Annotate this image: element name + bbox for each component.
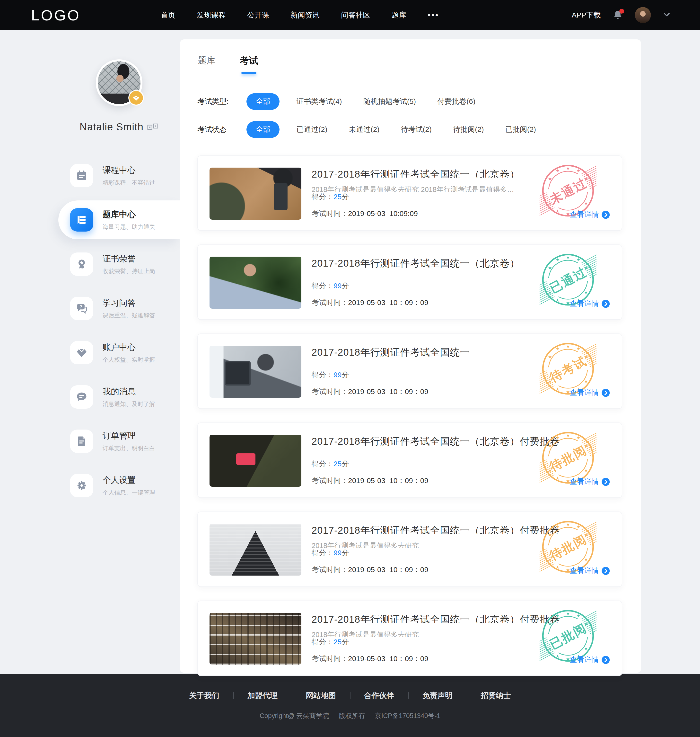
footer-link-partners[interactable]: 合作伙伴 xyxy=(364,691,394,700)
sidebar-item-subtitle: 海量习题、助力通关 xyxy=(103,223,155,231)
sidebar-item-certificates[interactable]: 证书荣誉 收获荣誉、持证上岗 xyxy=(58,245,180,284)
sidebar-item-subtitle: 精彩课程、不容错过 xyxy=(103,179,155,187)
message-bubble-icon xyxy=(70,385,93,408)
svg-text:★: ★ xyxy=(576,168,581,173)
sidebar-item-label: 课程中心 xyxy=(103,165,155,176)
footer-link-agency[interactable]: 加盟代理 xyxy=(247,691,278,700)
svg-text:★: ★ xyxy=(548,265,552,270)
nav-item-question-bank[interactable]: 题库 xyxy=(391,10,406,20)
exam-thumbnail[interactable] xyxy=(209,524,301,576)
arrow-right-circle-icon xyxy=(601,656,610,664)
exam-card: 2017-2018年行测证件考试全国统一（北京卷） 得分：99分 考试时间：20… xyxy=(197,245,622,320)
svg-text:★: ★ xyxy=(548,176,552,181)
nav-item-news[interactable]: 新闻资讯 xyxy=(290,10,320,20)
svg-text:★: ★ xyxy=(566,211,570,216)
view-details-link[interactable]: 查看详情 xyxy=(570,299,610,309)
exam-time: 2019-05-03 10：09：09 xyxy=(348,566,428,573)
svg-text:★: ★ xyxy=(584,646,588,651)
sidebar-item-personal-settings[interactable]: 个人设置 个人信息、一键管理 xyxy=(58,466,180,505)
tab-question-bank[interactable]: 题库 xyxy=(198,55,215,74)
nav-item-open-classes[interactable]: 公开课 xyxy=(247,10,269,20)
tabs: 题库 考试 xyxy=(197,55,622,74)
sidebar-menu: 课程中心 精彩课程、不容错过 题库中心 xyxy=(58,156,180,505)
view-details-link[interactable]: 查看详情 xyxy=(570,655,610,665)
view-details-link[interactable]: 查看详情 xyxy=(570,477,610,487)
exam-card: 2017-2018年行测证件考试全国统一 得分：99分 考试时间：2019-05… xyxy=(197,333,622,409)
main-nav: 首页 发现课程 公开课 新闻资讯 问答社区 题库 ••• xyxy=(161,10,439,20)
sidebar-item-label: 个人设置 xyxy=(103,475,155,486)
view-details-link[interactable]: 查看详情 xyxy=(570,566,610,576)
exam-thumbnail[interactable] xyxy=(209,346,301,398)
question-bubble-icon: ? xyxy=(70,297,93,320)
svg-text:★: ★ xyxy=(566,611,570,616)
sidebar-item-question-bank-center[interactable]: 题库中心 海量习题、助力通关 xyxy=(58,200,180,239)
svg-text:★: ★ xyxy=(566,478,570,483)
footer-link-disclaimer[interactable]: 免责声明 xyxy=(422,691,453,700)
filter-type-certificate[interactable]: 证书类考试(4) xyxy=(297,97,342,106)
chevron-down-icon[interactable] xyxy=(663,10,671,20)
app-download-link[interactable]: APP下载 xyxy=(572,10,601,20)
footer-link-about[interactable]: 关于我们 xyxy=(189,691,219,700)
svg-text:★: ★ xyxy=(566,166,570,171)
sidebar-item-subtitle: 个人权益、实时掌握 xyxy=(103,356,155,364)
sidebar-item-course-center[interactable]: 课程中心 精彩课程、不容错过 xyxy=(58,156,180,195)
icp-number: 京ICP备17051340号-1 xyxy=(375,712,440,720)
filter-status-pending-review[interactable]: 待批阅(2) xyxy=(453,125,484,134)
sidebar-item-my-messages[interactable]: 我的消息 消息通知、及时了解 xyxy=(58,377,180,416)
filter-status-passed[interactable]: 已通过(2) xyxy=(297,125,327,134)
qr-code-icon[interactable] xyxy=(147,122,159,131)
nav-item-home[interactable]: 首页 xyxy=(161,10,175,20)
footer-link-careers[interactable]: 招贤纳士 xyxy=(481,691,511,700)
filter-type-all[interactable]: 全部 xyxy=(247,93,279,110)
exam-thumbnail[interactable] xyxy=(209,168,301,220)
filter-type-random[interactable]: 随机抽题考试(5) xyxy=(363,97,416,106)
filter-type-label: 考试类型: xyxy=(197,97,234,106)
exam-thumbnail[interactable] xyxy=(209,435,301,487)
view-details-link[interactable]: 查看详情 xyxy=(570,210,610,220)
sidebar-item-learning-qa[interactable]: ? 学习问答 课后重温、疑难解答 xyxy=(58,289,180,328)
filter-status-label: 考试状态 xyxy=(197,125,234,134)
filter-status-failed[interactable]: 未通过(2) xyxy=(349,125,379,134)
exam-thumbnail[interactable] xyxy=(209,256,301,309)
svg-text:★: ★ xyxy=(566,656,570,661)
content-panel: 题库 考试 考试类型: 全部 证书类考试(4) 随机抽题考试(5) 付费批卷(6… xyxy=(180,40,641,673)
arrow-right-circle-icon xyxy=(601,566,610,575)
sidebar-item-subtitle: 消息通知、及时了解 xyxy=(103,400,155,408)
filter-exam-type: 考试类型: 全部 证书类考试(4) 随机抽题考试(5) 付费批卷(6) xyxy=(197,93,622,110)
sidebar-item-label: 题库中心 xyxy=(103,209,155,220)
filter-status-reviewed[interactable]: 已批阅(2) xyxy=(505,125,536,134)
svg-text:★: ★ xyxy=(584,468,588,473)
svg-text:★: ★ xyxy=(556,346,559,351)
tab-exam[interactable]: 考试 xyxy=(240,55,258,74)
nav-item-discover-courses[interactable]: 发现课程 xyxy=(197,10,226,20)
svg-text:★: ★ xyxy=(556,565,559,570)
book-icon xyxy=(70,208,93,231)
svg-text:★: ★ xyxy=(566,433,570,438)
filter-status-all[interactable]: 全部 xyxy=(247,121,279,138)
svg-text:★: ★ xyxy=(584,201,588,206)
notification-bell-icon[interactable] xyxy=(613,9,623,21)
navbar-avatar[interactable] xyxy=(635,7,651,23)
exam-thumbnail[interactable] xyxy=(209,613,301,665)
svg-text:★: ★ xyxy=(566,255,570,260)
sidebar-item-label: 证书荣誉 xyxy=(103,253,155,264)
svg-text:★: ★ xyxy=(548,532,552,537)
copyright: Copyright@ 云朵商学院 版权所有 京ICP备17051340号-1 xyxy=(260,712,440,720)
filter-status-pending-exam[interactable]: 待考试(2) xyxy=(401,125,432,134)
svg-text:★: ★ xyxy=(556,613,559,618)
exam-card: 2017-2018年行测证件考试全国统一（北京卷）付费批卷 得分：25分 考试时… xyxy=(197,423,622,498)
sidebar-item-order-management[interactable]: 订单管理 订单支出、明明白白 xyxy=(58,422,180,461)
gear-icon xyxy=(70,474,93,497)
sidebar-item-account-center[interactable]: 账户中心 个人权益、实时掌握 xyxy=(58,333,180,372)
nav-item-qa-community[interactable]: 问答社区 xyxy=(341,10,370,20)
svg-text:★: ★ xyxy=(576,257,581,262)
view-details-link[interactable]: 查看详情 xyxy=(570,388,610,398)
exam-time: 2019-05-03 10:09:09 xyxy=(348,209,418,217)
sidebar-item-label: 学习问答 xyxy=(103,298,155,309)
svg-text:★: ★ xyxy=(556,257,559,262)
sidebar-item-subtitle: 订单支出、明明白白 xyxy=(103,444,155,452)
filter-exam-status: 考试状态 全部 已通过(2) 未通过(2) 待考试(2) 待批阅(2) 已批阅(… xyxy=(197,121,622,138)
nav-more-button[interactable]: ••• xyxy=(428,10,439,20)
footer-link-sitemap[interactable]: 网站地图 xyxy=(306,691,336,700)
filter-type-paid[interactable]: 付费批卷(6) xyxy=(437,97,475,106)
